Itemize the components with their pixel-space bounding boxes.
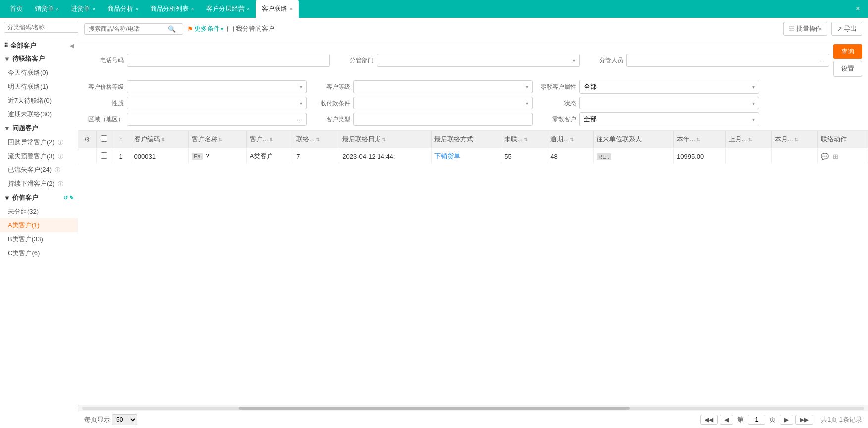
top-nav: 首页 销货单 × 进货单 × 商品分析 × 商品分析列表 × 客户分层经营 × …	[0, 0, 868, 18]
filter-row-4: 区域（地区） ··· 客户类型 零散客户 全部▾	[84, 112, 862, 126]
pagination: ◀◀ ◀ 第 页 ▶ ▶▶ 共1页 1条记录	[700, 415, 862, 425]
nav-purchase-close[interactable]: ×	[92, 6, 95, 12]
col-last-date[interactable]: 最后联络日期 ⇅	[339, 131, 431, 148]
nav-customer-segment-close[interactable]: ×	[247, 6, 250, 12]
cell-year-sales: 10995.00	[674, 148, 726, 164]
retail-attr-select[interactable]: 全部▾	[579, 80, 759, 94]
customer-type-label: 客户类型	[311, 115, 350, 124]
sidebar-item-overdue[interactable]: 逾期未联络(30)	[0, 107, 78, 121]
dept-select[interactable]: ▾	[377, 54, 580, 67]
sidebar-all-customers[interactable]: ⠿ 全部客户 ◀	[0, 37, 78, 52]
sidebar-search-container: 🔍	[0, 18, 78, 37]
nav-customer-segment[interactable]: 客户分层经营 ×	[200, 0, 256, 18]
batch-btn[interactable]: ☰ 批量操作	[783, 22, 827, 36]
page-size-label: 每页显示	[84, 415, 110, 424]
sidebar-collapse-icon[interactable]: ◀	[70, 43, 74, 49]
col-no-contact[interactable]: 未联... ⇅	[501, 131, 547, 148]
prev-page-btn[interactable]: ◀	[720, 415, 733, 425]
sidebar-item-churn-warning[interactable]: 流失预警客户(3) ⓘ	[0, 149, 78, 163]
filter-search-input[interactable]	[89, 25, 168, 32]
cell-name: Ea ？	[189, 148, 247, 164]
table-header-row: ⚙ ： 客户编码 ⇅	[78, 131, 868, 148]
nav-close-all[interactable]: ×	[852, 4, 864, 13]
table-settings-icon[interactable]: ⚙	[84, 136, 90, 143]
price-level-select[interactable]: ▾	[127, 80, 307, 93]
sidebar-pending-section[interactable]: ▼ 待联络客户	[0, 52, 78, 66]
select-all-checkbox[interactable]	[101, 135, 107, 142]
last-method-link[interactable]: 下销货单	[434, 152, 460, 160]
payment-select[interactable]: ▾	[353, 97, 533, 109]
sort-icon-level: ⇅	[269, 137, 273, 142]
last-page-btn[interactable]: ▶▶	[795, 415, 813, 425]
col-seq: ：	[111, 131, 131, 148]
nav-product-analysis-close[interactable]: ×	[135, 6, 138, 12]
sidebar-item-churned[interactable]: 已流失客户(24) ⓘ	[0, 163, 78, 177]
col-overdue[interactable]: 逾期... ⇅	[547, 131, 594, 148]
sidebar-item-class-c[interactable]: C类客户(6)	[0, 246, 78, 260]
sidebar-item-ungrouped[interactable]: 未分组(32)	[0, 205, 78, 218]
filter-bar: 🔍 ⚑ 更多条件 ▾ 我分管的客户 ☰ 批量操作 ↗ 导出	[78, 18, 868, 40]
customer-level-select[interactable]: ▾	[353, 80, 533, 93]
sidebar-item-abnormal[interactable]: 回购异常客户(2) ⓘ	[0, 135, 78, 149]
col-this-month[interactable]: 本月... ⇅	[771, 131, 817, 148]
nav-purchase[interactable]: 进货单 ×	[65, 0, 101, 18]
action-qr-icon[interactable]: ⊞	[833, 153, 838, 160]
col-last-month[interactable]: 上月... ⇅	[725, 131, 771, 148]
col-level[interactable]: 客户... ⇅	[246, 131, 293, 148]
nav-customer-contact-close[interactable]: ×	[289, 6, 292, 12]
nav-home[interactable]: 首页	[4, 0, 29, 18]
sidebar-item-today[interactable]: 今天待联络(0)	[0, 66, 78, 80]
col-name[interactable]: 客户名称 ⇅	[189, 131, 247, 148]
region-input[interactable]: ···	[127, 113, 307, 126]
batch-icon: ☰	[789, 25, 795, 33]
page-size-select[interactable]: 10 20 50 100	[112, 414, 137, 425]
phone-input[interactable]	[127, 54, 330, 67]
filter-search-icon[interactable]: 🔍	[168, 25, 176, 33]
action-comment-icon[interactable]: 💬	[821, 153, 829, 160]
sidebar-item-declining[interactable]: 持续下滑客户(2) ⓘ	[0, 177, 78, 191]
customer-type-input[interactable]	[353, 113, 533, 126]
my-customers-checkbox[interactable]: 我分管的客户	[227, 24, 274, 33]
nav-product-analysis-list[interactable]: 商品分析列表 ×	[144, 0, 200, 18]
sort-icon-lastmonth: ⇅	[748, 137, 752, 142]
row-checkbox[interactable]	[101, 152, 107, 159]
my-customers-check[interactable]	[227, 26, 234, 32]
cell-code: 000031	[131, 148, 189, 164]
nature-select[interactable]: ▾	[127, 97, 307, 109]
col-code[interactable]: 客户编码 ⇅	[131, 131, 189, 148]
retail-select[interactable]: 全部▾	[579, 112, 759, 126]
advanced-filters: 电话号码 分管部门 ▾ 分管人员 ··· 查询 设置	[78, 40, 868, 131]
next-page-btn[interactable]: ▶	[780, 415, 793, 425]
customer-level-label: 客户等级	[311, 83, 350, 91]
contacts-tag: RE .	[597, 153, 611, 160]
content-area: 🔍 ⚑ 更多条件 ▾ 我分管的客户 ☰ 批量操作 ↗ 导出	[78, 18, 868, 428]
sidebar-problem-section[interactable]: ▼ 问题客户	[0, 121, 78, 135]
export-btn[interactable]: ↗ 导出	[831, 22, 862, 36]
sort-icon-overdue: ⇅	[570, 137, 574, 142]
nav-sales[interactable]: 销货单 ×	[29, 0, 65, 18]
manager-input[interactable]: ···	[626, 54, 829, 67]
sidebar-item-class-b[interactable]: B类客户(33)	[0, 232, 78, 246]
page-input[interactable]	[748, 415, 765, 425]
sidebar-search-input[interactable]	[4, 22, 78, 33]
first-page-btn[interactable]: ◀◀	[700, 415, 718, 425]
total-info: 共1页 1条记录	[821, 415, 862, 424]
filter-row-2: 客户价格等级 ▾ 客户等级 ▾ 零散客户属性 全部▾	[84, 80, 862, 94]
nav-sales-close[interactable]: ×	[56, 6, 59, 12]
sidebar-value-section[interactable]: ▼ 价值客户 ↺ ✎	[0, 191, 78, 205]
sidebar-item-7days[interactable]: 近7天待联络(0)	[0, 94, 78, 107]
filter-more-btn[interactable]: ⚑ 更多条件 ▾	[187, 24, 223, 33]
query-btn[interactable]: 查询	[833, 44, 862, 59]
filter-search-container: 🔍	[84, 23, 183, 35]
col-contact-count[interactable]: 联络... ⇅	[293, 131, 339, 148]
col-year-sales[interactable]: 本年... ⇅	[674, 131, 726, 148]
status-select[interactable]: ▾	[579, 97, 759, 109]
scrollbar-thumb[interactable]	[239, 407, 630, 410]
sidebar-item-class-a[interactable]: A类客户(1)	[0, 218, 78, 232]
nav-product-analysis[interactable]: 商品分析 ×	[102, 0, 144, 18]
col-checkbox	[96, 131, 111, 148]
nav-product-analysis-list-close[interactable]: ×	[191, 6, 194, 12]
settings-btn[interactable]: 设置	[833, 61, 862, 77]
nav-customer-contact[interactable]: 客户联络 ×	[256, 0, 298, 18]
sidebar-item-tomorrow[interactable]: 明天待联络(1)	[0, 80, 78, 94]
